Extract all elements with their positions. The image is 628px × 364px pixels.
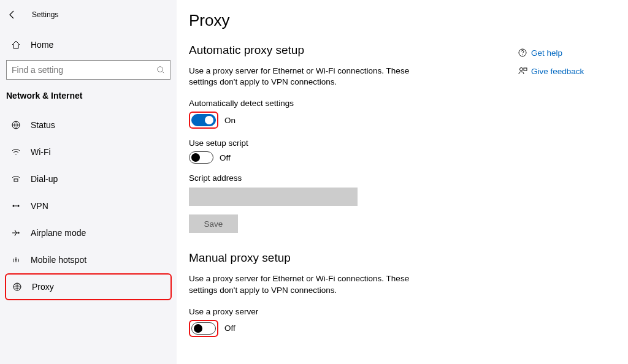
search-input[interactable] [6,60,170,80]
auto-desc: Use a proxy server for Ethernet or Wi-Fi… [189,66,422,88]
sidebar-item-label: Status [22,120,55,130]
help-icon [518,48,531,58]
detect-toggle[interactable] [191,114,216,126]
sidebar-item-vpn[interactable]: VPN [0,192,177,219]
sidebar-item-label: Dial-up [22,174,58,184]
sidebar-item-label: VPN [22,201,48,211]
sidebar: Settings Home Network & Internet Status [0,0,177,364]
sidebar-item-label: Proxy [23,282,54,292]
home-icon [10,40,22,50]
main-content: Proxy Automatic proxy setup Use a proxy … [189,11,518,364]
svg-point-4 [18,205,20,207]
back-button[interactable] [7,10,25,20]
vpn-icon [10,201,22,211]
sidebar-item-label: Mobile hotspot [22,255,86,265]
help-label: Get help [531,48,562,58]
feedback-link[interactable]: Give feedback [518,66,616,76]
home-label: Home [22,40,53,50]
svg-point-5 [15,259,17,260]
status-icon [10,120,22,130]
section-heading: Network & Internet [0,88,177,112]
get-help-link[interactable]: Get help [518,48,616,58]
airplane-icon [10,228,22,238]
sidebar-item-wifi[interactable]: Wi-Fi [0,138,177,165]
window-title: Settings [25,10,58,19]
svg-point-3 [13,205,15,207]
detect-state: On [224,116,236,125]
sidebar-item-label: Wi-Fi [22,147,51,157]
manual-desc: Use a proxy server for Ethernet or Wi-Fi… [189,273,422,295]
wifi-icon [10,147,22,157]
svg-rect-10 [524,68,527,70]
highlight-annotation [189,320,218,337]
feedback-label: Give feedback [531,67,584,76]
svg-point-8 [522,55,523,55]
script-state: Off [220,153,231,162]
sidebar-item-dialup[interactable]: Dial-up [0,165,177,192]
page-title: Proxy [189,11,518,30]
script-label: Use setup script [189,138,518,148]
save-button: Save [189,214,238,233]
sidebar-item-status[interactable]: Status [0,112,177,138]
auto-heading: Automatic proxy setup [189,44,518,57]
svg-rect-2 [14,179,18,181]
use-proxy-toggle[interactable] [191,322,216,335]
script-address-input [189,188,358,206]
use-proxy-state: Off [224,324,236,333]
sidebar-item-airplane[interactable]: Airplane mode [0,219,177,246]
svg-point-0 [158,67,163,72]
manual-heading: Manual proxy setup [189,251,518,265]
address-label: Script address [189,173,518,183]
dialup-icon [10,174,22,184]
sidebar-item-proxy[interactable]: Proxy [5,273,172,300]
feedback-icon [518,66,531,76]
svg-point-9 [520,68,523,71]
script-toggle[interactable] [189,151,213,164]
search-icon [156,66,165,74]
proxy-icon [11,282,23,292]
sidebar-item-hotspot[interactable]: Mobile hotspot [0,246,177,273]
home-nav[interactable]: Home [0,33,177,56]
highlight-annotation [189,112,218,129]
aside: Get help Give feedback [518,11,616,364]
detect-label: Automatically detect settings [189,99,518,108]
use-proxy-label: Use a proxy server [189,307,518,316]
sidebar-item-label: Airplane mode [22,228,86,238]
hotspot-icon [10,255,22,265]
